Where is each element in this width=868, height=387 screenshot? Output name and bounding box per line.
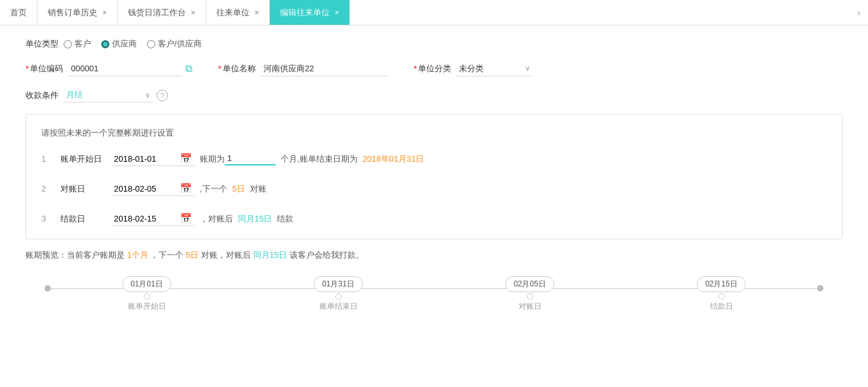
timeline-dot-1: [144, 293, 150, 300]
pay-date-input[interactable]: [114, 214, 178, 223]
timeline-badge-4: 02月15日: [697, 276, 746, 292]
pay-highlight: 同月15日: [238, 213, 272, 225]
unit-classify-label: 单位分类: [418, 63, 451, 74]
preview-mid1: ，下一个: [150, 250, 183, 260]
preview-p3: 同月15日: [253, 250, 287, 260]
tab-home[interactable]: 首页: [0, 0, 38, 25]
settings-row-3: 3 结款日 📅 ，对账后 同月15日 结款: [41, 211, 827, 226]
timeline-label-2: 账单结束日: [319, 301, 358, 312]
tab-edit-partner-label: 编辑往来单位: [280, 7, 330, 18]
payment-select[interactable]: 月结 ∨: [64, 88, 153, 102]
tab-sales-history-label: 销售订单历史: [48, 7, 97, 18]
timeline-node-3: 02月05日 对账日: [434, 276, 626, 312]
tab-edit-partner[interactable]: 编辑往来单位 ×: [270, 0, 350, 25]
unit-code-group: * 单位编码 ⧉: [25, 61, 192, 76]
period-input[interactable]: [225, 152, 276, 165]
row-num-3: 3: [41, 214, 60, 223]
unit-classify-value: 未分类: [459, 63, 522, 74]
period-suffix-1: 个月,账单结束日期为: [281, 153, 358, 165]
tab-partner-unit[interactable]: 往来单位 ×: [206, 0, 270, 25]
tab-partner-unit-label: 往来单位: [216, 7, 249, 18]
timeline-node-4: 02月15日 结款日: [626, 276, 817, 312]
payment-row: 收款条件 月结 ∨ ?: [25, 88, 843, 102]
timeline-badge-3: 02月05日: [505, 276, 554, 292]
start-date-input[interactable]: [114, 154, 178, 164]
preview-p1: 1个月: [127, 250, 148, 260]
check-highlight: 5日: [232, 183, 245, 195]
preview-prefix: 账期预览：当前客户账期是: [25, 250, 125, 260]
unit-name-label: 单位名称: [223, 63, 256, 74]
check-date-input[interactable]: [114, 184, 178, 194]
settings-row-1: 1 账单开始日 📅 账期为 个月,账单结束日期为 2018年01月31日: [41, 151, 827, 166]
copy-icon[interactable]: ⧉: [185, 63, 192, 74]
timeline-label-3: 对账日: [519, 301, 542, 312]
payment-help-icon[interactable]: ?: [157, 90, 168, 101]
main-content: 单位类型 客户 供应商 客户/供应商 * 单位编码 ⧉ *: [0, 25, 868, 387]
radio-supplier[interactable]: 供应商: [101, 38, 137, 50]
settings-box: 请按照未来的一个完整帐期进行设置 1 账单开始日 📅 账期为 个月,账单结束日期…: [25, 114, 843, 239]
unit-type-radio-group: 客户 供应商 客户/供应商: [64, 38, 202, 50]
timeline-badge-2: 01月31日: [314, 276, 363, 292]
timeline-node-2: 01月31日 账单结束日: [242, 276, 434, 312]
tab-cash-work[interactable]: 钱货日清工作台 ×: [118, 0, 206, 25]
unit-type-label: 单位类型: [25, 38, 59, 50]
preview-p2: 5日: [186, 250, 199, 260]
radio-both[interactable]: 客户/供应商: [147, 38, 202, 50]
unit-classify-select[interactable]: 未分类 ∨: [456, 62, 533, 76]
tab-bar: 首页 销售订单历史 × 钱货日清工作台 × 往来单位 × 编辑往来单位 × ›: [0, 0, 868, 25]
check-prefix: ,下一个: [200, 183, 227, 195]
timeline: 01月01日 账单开始日 01月31日 账单结束日 02月05日 对账日 02月…: [25, 276, 843, 312]
preview-mid2: 对账，对账后: [201, 250, 251, 260]
timeline-right-dot: [817, 285, 823, 292]
start-date-cal-icon[interactable]: 📅: [180, 153, 192, 164]
unit-name-input[interactable]: [261, 61, 388, 76]
timeline-label-4: 结款日: [710, 301, 733, 312]
unit-classify-chevron: ∨: [525, 64, 530, 73]
unit-classify-group: * 单位分类 未分类 ∨: [414, 62, 533, 76]
preview-suffix: 该客户会给我打款。: [290, 250, 364, 260]
check-suffix: 对账: [250, 183, 267, 195]
payment-label: 收款条件: [25, 90, 59, 101]
unit-type-row: 单位类型 客户 供应商 客户/供应商: [25, 38, 843, 50]
tab-cash-work-label: 钱货日清工作台: [128, 7, 186, 18]
preview-text: 账期预览：当前客户账期是 1个月 ，下一个 5日 对账，对账后 同月15日 该客…: [25, 250, 843, 261]
radio-customer[interactable]: 客户: [64, 38, 91, 50]
timeline-dot-4: [718, 293, 725, 300]
unit-code-label: 单位编码: [30, 63, 63, 74]
payment-value: 月结: [66, 89, 143, 101]
timeline-left-dot: [45, 285, 51, 292]
row-num-2: 2: [41, 184, 60, 194]
row-label-1: 账单开始日: [60, 153, 111, 165]
settings-title: 请按照未来的一个完整帐期进行设置: [41, 127, 827, 139]
row-num-1: 1: [41, 154, 60, 164]
pay-suffix: 结款: [277, 213, 293, 225]
pay-date-wrapper: 📅: [111, 211, 195, 226]
unit-name-star: *: [218, 64, 221, 74]
unit-code-star: *: [25, 64, 29, 74]
tab-sales-history[interactable]: 销售订单历史 ×: [38, 0, 118, 25]
period-prefix: 账期为: [200, 153, 225, 165]
tab-edit-partner-close[interactable]: ×: [335, 8, 339, 17]
unit-code-input[interactable]: [68, 61, 183, 76]
payment-chevron: ∨: [145, 91, 150, 99]
tab-partner-unit-close[interactable]: ×: [255, 8, 259, 17]
pay-date-cal-icon[interactable]: 📅: [180, 213, 192, 224]
unit-classify-star: *: [414, 64, 417, 74]
row-label-3: 结款日: [60, 213, 111, 225]
tab-scroll-arrow[interactable]: ›: [850, 8, 868, 18]
unit-info-row: * 单位编码 ⧉ * 单位名称 * 单位分类 未分类 ∨: [25, 61, 843, 76]
timeline-inner: 01月01日 账单开始日 01月31日 账单结束日 02月05日 对账日 02月…: [51, 276, 817, 312]
tab-cash-work-close[interactable]: ×: [191, 8, 195, 17]
timeline-dot-3: [527, 293, 533, 300]
check-date-wrapper: 📅: [111, 181, 195, 196]
start-date-wrapper: 📅: [111, 151, 195, 166]
end-date-highlight: 2018年01月31日: [363, 153, 424, 165]
check-date-cal-icon[interactable]: 📅: [180, 183, 192, 194]
row-label-2: 对账日: [60, 183, 111, 195]
timeline-node-1: 01月01日 账单开始日: [51, 276, 242, 312]
timeline-left-cap: [45, 276, 51, 292]
timeline-dot-2: [335, 293, 342, 300]
timeline-label-1: 账单开始日: [128, 301, 166, 312]
tab-sales-history-close[interactable]: ×: [102, 8, 107, 17]
timeline-badge-1: 01月01日: [122, 276, 171, 292]
